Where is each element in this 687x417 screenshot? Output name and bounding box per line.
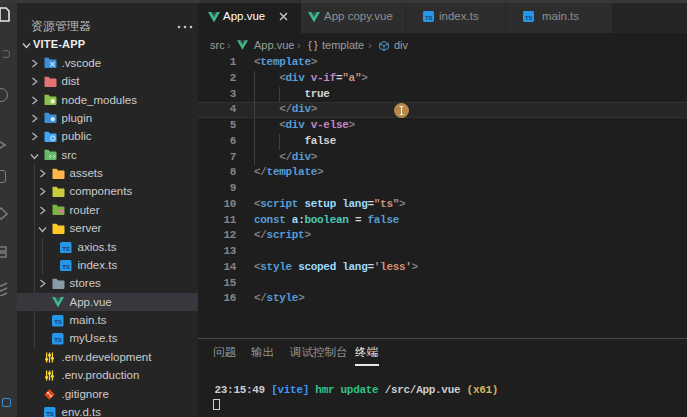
svg-text:TS: TS [54, 337, 62, 343]
svg-text:TS: TS [46, 411, 54, 417]
svg-text:TS: TS [62, 246, 70, 252]
svg-text:TS: TS [525, 15, 532, 21]
svg-text:TS: TS [62, 264, 70, 270]
svg-text:TS: TS [425, 15, 432, 21]
svg-text:TS: TS [54, 319, 62, 325]
